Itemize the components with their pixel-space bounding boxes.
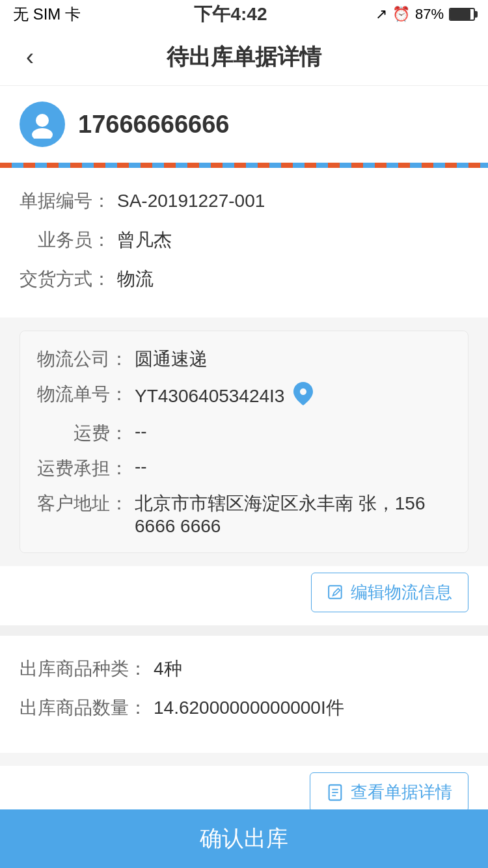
address-row: 客户地址： 北京市市辖区海淀区永丰南 张，156 6666 6666 (37, 491, 451, 537)
order-no-value: SA-20191227-001 (117, 187, 468, 215)
logistics-company-value: 圆通速递 (135, 347, 451, 372)
status-left: 无 SIM 卡 (13, 4, 86, 25)
logistics-company-label: 物流公司： (37, 347, 135, 372)
delivery-method-row: 交货方式： 物流 (20, 265, 468, 293)
address-label: 客户地址： (37, 491, 135, 516)
battery-icon (449, 8, 475, 21)
goods-quantity-label: 出库商品数量： (20, 694, 154, 722)
back-button[interactable]: ‹ (20, 37, 40, 77)
view-detail-button[interactable]: 查看单据详情 (310, 772, 468, 812)
freight-bearer-label: 运费承担： (37, 456, 135, 481)
delivery-method-value: 物流 (117, 265, 468, 293)
freight-row: 运费： -- (37, 421, 451, 446)
customer-phone: 17666666666 (78, 111, 229, 139)
battery-label: 87% (415, 6, 444, 23)
stripe-divider (0, 163, 488, 168)
time-label: 下午4:42 (194, 2, 267, 27)
freight-bearer-row: 运费承担： -- (37, 456, 451, 481)
tracking-no-label: 物流单号： (37, 382, 135, 407)
sales-rep-row: 业务员： 曾凡杰 (20, 226, 468, 254)
edit-logistics-button[interactable]: 编辑物流信息 (311, 573, 468, 612)
sales-rep-value: 曾凡杰 (117, 226, 468, 254)
page-title: 待出库单据详情 (167, 42, 321, 72)
confirm-btn-wrapper: 确认出库 (0, 809, 488, 868)
freight-bearer-value: -- (135, 456, 451, 477)
logistics-company-row: 物流公司： 圆通速递 (37, 347, 451, 372)
goods-types-value: 4种 (154, 655, 468, 683)
goods-types-label: 出库商品种类： (20, 655, 154, 683)
address-value: 北京市市辖区海淀区永丰南 张，156 6666 6666 (135, 491, 451, 537)
sales-rep-label: 业务员： (20, 226, 117, 254)
order-no-row: 单据编号： SA-20191227-001 (20, 187, 468, 215)
svg-point-2 (32, 128, 53, 139)
tracking-no-value: YT43064053424I3 (135, 382, 451, 411)
order-no-label: 单据编号： (20, 187, 117, 215)
nav-bar: ‹ 待出库单据详情 (0, 29, 488, 86)
document-icon (326, 783, 344, 802)
confirm-outbound-button[interactable]: 确认出库 (14, 824, 474, 854)
goods-quantity-value: 14.62000000000000I件 (154, 694, 468, 722)
logistics-card: 物流公司： 圆通速递 物流单号： YT43064053424I3 运费： -- … (20, 331, 468, 553)
section-divider (0, 625, 488, 636)
freight-value: -- (135, 421, 451, 442)
status-bar: 无 SIM 卡 下午4:42 ↗ ⏰ 87% (0, 0, 488, 29)
tracking-no-row: 物流单号： YT43064053424I3 (37, 382, 451, 411)
order-info-section: 单据编号： SA-20191227-001 业务员： 曾凡杰 交货方式： 物流 (0, 168, 488, 318)
goods-types-row: 出库商品种类： 4种 (20, 655, 468, 683)
goods-section: 出库商品种类： 4种 出库商品数量： 14.62000000000000I件 (0, 636, 488, 753)
customer-header: 17666666666 (0, 86, 488, 163)
delivery-method-label: 交货方式： (20, 265, 117, 293)
alarm-icon: ⏰ (392, 6, 410, 23)
edit-btn-container: 编辑物流信息 (0, 566, 488, 625)
status-right: ↗ ⏰ 87% (375, 6, 475, 23)
avatar (20, 102, 65, 147)
location-icon: ↗ (375, 6, 387, 23)
location-pin-icon[interactable] (293, 382, 313, 411)
freight-label: 运费： (37, 421, 135, 446)
goods-quantity-row: 出库商品数量： 14.62000000000000I件 (20, 694, 468, 722)
edit-icon (327, 584, 344, 601)
carrier-label: 无 SIM 卡 (13, 4, 81, 25)
svg-point-1 (36, 114, 49, 127)
